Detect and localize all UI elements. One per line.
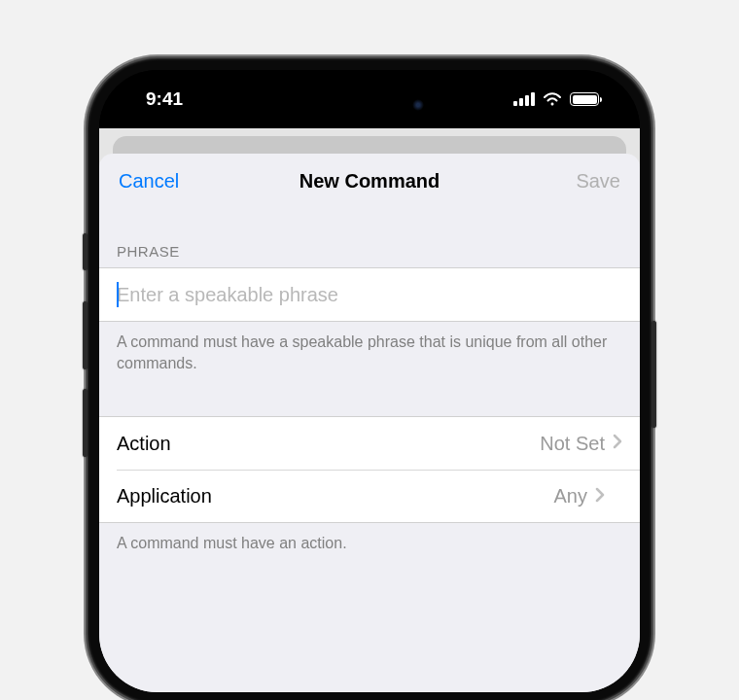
phrase-section-footer: A command must have a speakable phrase t… <box>99 322 640 383</box>
chevron-right-icon <box>613 434 622 453</box>
modal-sheet: Cancel New Command Save PHRASE A command… <box>99 154 640 692</box>
action-section-footer: A command must have an action. <box>99 523 640 564</box>
navigation-bar: Cancel New Command Save <box>99 154 640 208</box>
application-row[interactable]: Application Any <box>117 470 640 522</box>
status-time: 9:41 <box>146 88 183 110</box>
status-indicators <box>513 92 599 107</box>
device-frame: 9:41 C <box>88 58 651 700</box>
action-label: Action <box>117 433 171 455</box>
phrase-cell-group <box>99 267 640 322</box>
action-row[interactable]: Action Not Set <box>99 417 640 470</box>
cellular-signal-icon <box>513 92 535 106</box>
chevron-right-icon <box>595 487 605 507</box>
side-button-volume-down <box>83 389 88 457</box>
phrase-input[interactable] <box>117 284 622 306</box>
screen: 9:41 C <box>99 70 640 692</box>
settings-cell-group: Action Not Set Application Any <box>99 416 640 523</box>
battery-icon <box>570 92 599 106</box>
wifi-icon <box>543 92 562 107</box>
cancel-button[interactable]: Cancel <box>119 170 179 192</box>
action-value: Not Set <box>540 433 605 455</box>
page-title: New Command <box>299 170 440 192</box>
dynamic-island <box>301 86 438 124</box>
content-area: Cancel New Command Save PHRASE A command… <box>99 128 640 692</box>
front-camera-icon <box>412 99 424 111</box>
side-button-silent <box>83 233 88 270</box>
text-cursor <box>117 282 119 307</box>
side-button-volume-up <box>83 301 88 369</box>
save-button[interactable]: Save <box>576 170 620 192</box>
application-label: Application <box>117 485 212 508</box>
phrase-section-header: PHRASE <box>99 208 640 267</box>
phrase-input-cell[interactable] <box>99 268 640 321</box>
application-value: Any <box>554 485 587 508</box>
side-button-power <box>651 321 656 428</box>
